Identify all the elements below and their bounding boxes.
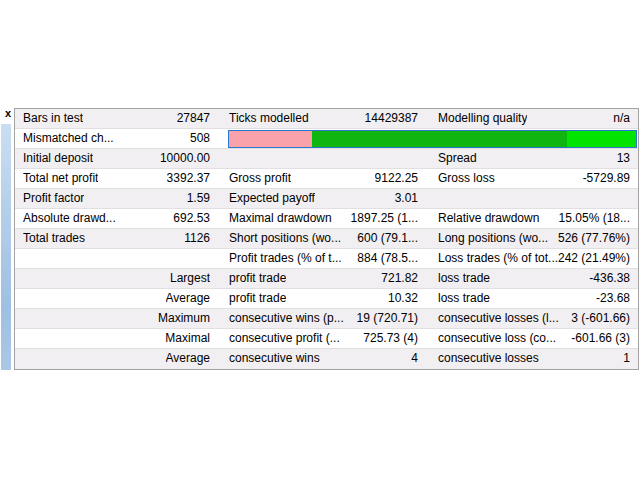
value-col3: n/a [613,109,630,128]
value-col1: 508 [190,129,210,148]
value-col2: 19 (720.71) [357,309,418,328]
label-col1: Total net profit [23,169,98,188]
modelling-quality-progress-bar [228,130,637,148]
value-col3: 3 (-601.66) [571,309,630,328]
label-col1: Mismatched ch... [23,129,114,148]
value-col3: 526 (77.76%) [558,229,630,248]
label-col2: consecutive wins (p... [229,309,344,328]
value-col1: 10000.00 [160,149,210,168]
label-col1: Initial deposit [23,149,93,168]
table-row[interactable]: Profit trades (% of t...884 (78.5...Loss… [15,249,638,269]
table-row[interactable]: Averageconsecutive wins4consecutive loss… [15,349,638,369]
value-col1: 3392.37 [167,169,210,188]
table-row[interactable]: Mismatched ch...508 [15,129,638,149]
value-col2: 9122.25 [375,169,418,188]
value-col3: 15.05% (18... [559,209,630,228]
label-col3: Relative drawdown [438,209,539,228]
label-col2: Gross profit [229,169,291,188]
value-col3: -436.38 [589,269,630,288]
table-row[interactable]: Averageprofit trade10.32loss trade-23.68 [15,289,638,309]
table-row[interactable]: Maximalconsecutive profit (...725.73 (4)… [15,329,638,349]
table-row[interactable]: Total net profit3392.37Gross profit9122.… [15,169,638,189]
label-col3: Gross loss [438,169,495,188]
label-col3: Spread [438,149,477,168]
label-col2: profit trade [229,289,286,308]
table-row[interactable]: Largestprofit trade721.82loss trade-436.… [15,269,638,289]
panel-left-edge-strip [1,124,11,370]
value-col2: 14429387 [365,109,418,128]
table-row[interactable]: Bars in test27847Ticks modelled14429387M… [15,109,638,129]
value-col1: 27847 [177,109,210,128]
label-col2: Ticks modelled [229,109,309,128]
label-col2: profit trade [229,269,286,288]
value-col2: 725.73 (4) [363,329,418,348]
value-col3: 242 (21.49%) [558,249,630,268]
value-col2: 4 [411,349,418,368]
label-col3: loss trade [438,269,490,288]
value-col1: 692.53 [173,209,210,228]
label-col2: Profit trades (% of t... [229,249,342,268]
value-col2: 10.32 [388,289,418,308]
label-col3: consecutive loss (co... [438,329,556,348]
table-row[interactable]: Absolute drawd...692.53Maximal drawdown1… [15,209,638,229]
value-col1: Average [166,349,210,368]
value-col2: 1897.25 (1... [351,209,418,228]
value-col1: Average [166,289,210,308]
label-col1: Absolute drawd... [23,209,116,228]
value-col1: Largest [170,269,210,288]
strategy-tester-report-panel: x Bars in test27847Ticks modelled1442938… [0,0,640,480]
label-col1: Bars in test [23,109,83,128]
label-col2: Maximal drawdown [229,209,332,228]
label-col2: Expected payoff [229,189,315,208]
table-row[interactable]: Initial deposit10000.00Spread13 [15,149,638,169]
value-col3: -23.68 [596,289,630,308]
value-col3: 1 [623,349,630,368]
label-col3: Modelling quality [438,109,527,128]
table-row[interactable]: Profit factor1.59Expected payoff3.01 [15,189,638,209]
mismatched-charts-segment [229,131,312,147]
value-col3: 13 [617,149,630,168]
label-col3: consecutive losses [438,349,539,368]
label-col3: Loss trades (% of tot... [438,249,558,268]
value-col2: 3.01 [395,189,418,208]
value-col3: -601.66 (3) [571,329,630,348]
label-col2: consecutive wins [229,349,320,368]
label-col2: Short positions (wo... [229,229,341,248]
table-row[interactable]: Total trades1126Short positions (wo...60… [15,229,638,249]
label-col1: Total trades [23,229,85,248]
value-col1: 1126 [184,229,210,248]
label-col3: consecutive losses (l... [438,309,559,328]
backtest-report-table: Bars in test27847Ticks modelled14429387M… [14,108,639,370]
modelled-segment [312,131,568,147]
label-col2: consecutive profit (... [229,329,340,348]
value-col3: -5729.89 [583,169,630,188]
value-col1: 1.59 [187,189,210,208]
close-panel-button[interactable]: x [2,106,14,120]
tail-segment [567,131,636,147]
value-col1: Maximum [158,309,210,328]
label-col3: loss trade [438,289,490,308]
value-col2: 721.82 [381,269,418,288]
value-col2: 600 (79.1... [357,229,418,248]
value-col2: 884 (78.5... [357,249,418,268]
label-col3: Long positions (wo... [438,229,548,248]
value-col1: Maximal [165,329,210,348]
label-col1: Profit factor [23,189,84,208]
table-row[interactable]: Maximumconsecutive wins (p...19 (720.71)… [15,309,638,329]
